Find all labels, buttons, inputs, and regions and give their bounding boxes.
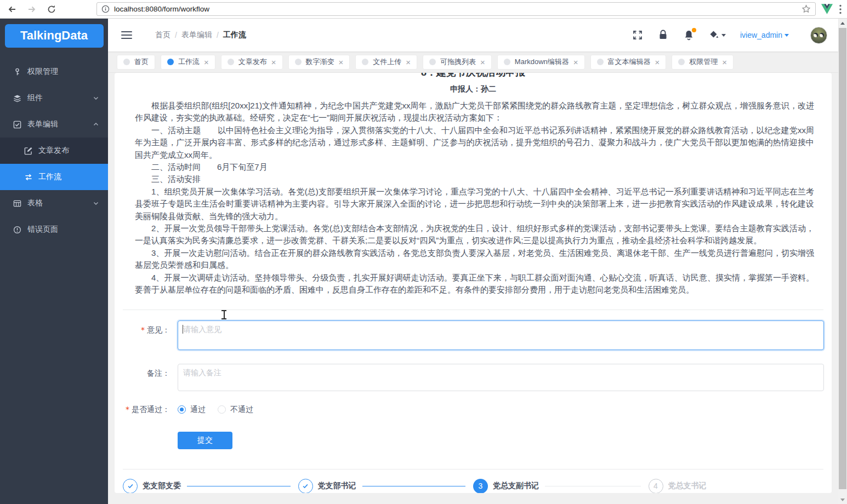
- breadcrumb-home[interactable]: 首页: [155, 30, 170, 40]
- vue-devtools-icon[interactable]: [821, 4, 833, 14]
- theme-icon[interactable]: [709, 29, 726, 41]
- radio-reject[interactable]: [218, 405, 226, 414]
- text-caret: [183, 325, 183, 334]
- step-number: 4: [649, 479, 663, 494]
- lock-icon[interactable]: [657, 29, 669, 41]
- address-bar[interactable]: localhost:8080/form/workflow: [96, 2, 816, 16]
- browser-menu-icon[interactable]: [839, 4, 842, 14]
- document-body: 根据县委组织部(组织[20xx]21)文件通知精神，为纪念中国共产党建党xx周年…: [115, 94, 832, 296]
- close-icon[interactable]: ×: [271, 58, 276, 66]
- sidebar-item-permission[interactable]: 权限管理: [0, 59, 108, 85]
- remark-label: 备注：: [115, 364, 170, 379]
- hamburger-menu-icon[interactable]: [121, 31, 132, 39]
- remark-input[interactable]: [178, 364, 824, 391]
- bookmark-star-icon[interactable]: [801, 4, 811, 14]
- back-icon[interactable]: [5, 3, 19, 16]
- tab-bar: 首页 工作流 × 文章发布 × 数字渐变 × 文件上传 ×: [108, 51, 838, 73]
- sidebar-menu: 权限管理 组件 表单编辑: [0, 53, 108, 243]
- step-4: 4 党总支书记 赵六审核并通过: [649, 479, 824, 494]
- sidebar-item-components[interactable]: 组件: [0, 85, 108, 111]
- opinion-label: *意见：: [115, 320, 170, 335]
- app-header: 首页 / 表单编辑 / 工作流: [108, 19, 838, 51]
- radio-reject-label[interactable]: 不通过: [230, 405, 253, 415]
- sidebar-item-error-pages[interactable]: 错误页面: [0, 216, 108, 243]
- tab-dot-icon: [295, 59, 302, 65]
- page-scrollbar[interactable]: [838, 19, 847, 504]
- forward-icon[interactable]: [25, 3, 38, 16]
- workflow-swap-icon: [24, 173, 33, 181]
- sidebar-item-label: 组件: [27, 93, 93, 103]
- sidebar-item-label: 权限管理: [27, 67, 99, 77]
- step-title: 党支部书记: [318, 481, 356, 491]
- review-form: *意见： 备注： *是否通过：: [115, 310, 832, 449]
- sidebar-item-tables[interactable]: 表格: [0, 190, 108, 216]
- step-3: 3 党总支副书记 王五审核并通过: [473, 479, 649, 494]
- reload-icon[interactable]: [45, 3, 58, 16]
- tab-dot-icon: [123, 59, 130, 65]
- sidebar: TalkingData 权限管理 组件: [0, 19, 108, 504]
- opinion-input[interactable]: [178, 320, 824, 350]
- app-logo[interactable]: TalkingData: [5, 24, 104, 48]
- tab-draggable-list[interactable]: 可拖拽列表 ×: [423, 55, 492, 70]
- tab-richtext-editor[interactable]: 富文本编辑器 ×: [590, 55, 667, 70]
- notification-bell-icon[interactable]: [683, 29, 695, 41]
- table-icon: [13, 199, 22, 208]
- submit-button[interactable]: 提交: [178, 432, 232, 449]
- tab-permission[interactable]: 权限管理 ×: [672, 55, 734, 70]
- tab-home[interactable]: 首页: [117, 55, 155, 70]
- tab-dot-icon: [228, 59, 234, 65]
- sidebar-item-label: 文章发布: [38, 146, 99, 156]
- close-icon[interactable]: ×: [406, 58, 411, 66]
- close-icon[interactable]: ×: [722, 58, 727, 66]
- breadcrumb: 首页 / 表单编辑 / 工作流: [155, 30, 246, 40]
- close-icon[interactable]: ×: [339, 58, 344, 66]
- radio-pass[interactable]: [178, 405, 186, 414]
- tab-dot-icon: [167, 59, 174, 65]
- avatar[interactable]: [810, 27, 827, 44]
- approval-steps: 党支部支委 张三审核并通过 党支部书记 李四审核并通过 3: [115, 469, 832, 494]
- user-menu[interactable]: iview_admin: [740, 31, 789, 39]
- breadcrumb-section[interactable]: 表单编辑: [181, 30, 212, 40]
- paragraph: 2、开展一次党员领导干部带头上党课活动。各党(总)支部结合本支部情况，为庆祝党的…: [135, 222, 814, 247]
- username: iview_admin: [740, 31, 782, 39]
- step-title: 党总支副书记: [493, 481, 539, 491]
- step-1: 党支部支委 张三审核并通过: [123, 479, 298, 494]
- paragraph: 三、活动安排: [135, 173, 814, 185]
- browser-chrome: localhost:8080/form/workflow: [0, 0, 847, 19]
- paragraph: 一、活动主题 以中国特色社会主义理论为指导，深入贯彻落实党的十八大、十八届四中全…: [135, 124, 814, 161]
- checkbox-icon: [13, 120, 22, 129]
- fullscreen-icon[interactable]: [632, 29, 644, 41]
- error-circle-icon: [13, 225, 22, 234]
- chevron-down-icon: [93, 95, 99, 101]
- caret-down-icon: [721, 34, 726, 37]
- close-icon[interactable]: ×: [655, 58, 660, 66]
- scroll-down-icon[interactable]: [838, 495, 847, 504]
- notification-badge: [692, 28, 696, 32]
- tab-number-gradient[interactable]: 数字渐变 ×: [288, 55, 350, 70]
- close-icon[interactable]: ×: [573, 58, 578, 66]
- tab-dot-icon: [597, 59, 604, 65]
- chevron-up-icon: [93, 121, 99, 128]
- tab-markdown-editor[interactable]: Markdown编辑器 ×: [497, 55, 585, 70]
- paragraph: 根据县委组织部(组织[20xx]21)文件通知精神，为纪念中国共产党建党xx周年…: [135, 100, 814, 124]
- radio-pass-label[interactable]: 通过: [190, 405, 206, 415]
- sidebar-item-workflow[interactable]: 工作流: [0, 164, 108, 190]
- tab-file-upload[interactable]: 文件上传 ×: [355, 55, 417, 70]
- step-number: 3: [473, 479, 488, 494]
- close-icon[interactable]: ×: [480, 58, 485, 66]
- tab-article-publish[interactable]: 文章发布 ×: [221, 55, 283, 70]
- content-area: 8：建党节庆祝活动申报 申报人：孙二 根据县委组织部(组织[20xx]21)文件…: [108, 73, 838, 504]
- step-2: 党支部书记 李四审核并通过: [298, 479, 474, 494]
- scroll-up-icon[interactable]: [838, 19, 847, 27]
- sidebar-item-form-edit[interactable]: 表单编辑: [0, 111, 108, 138]
- close-icon[interactable]: ×: [204, 58, 209, 66]
- page-info-icon[interactable]: [101, 5, 110, 13]
- tab-dot-icon: [362, 59, 368, 65]
- sidebar-item-article-publish[interactable]: 文章发布: [0, 138, 108, 164]
- sidebar-item-label: 工作流: [38, 172, 99, 182]
- url-text[interactable]: localhost:8080/form/workflow: [114, 5, 797, 13]
- document-title: 8：建党节庆祝活动申报: [115, 73, 832, 79]
- tab-workflow[interactable]: 工作流 ×: [161, 55, 215, 70]
- step-check-icon: [298, 479, 313, 494]
- scrollbar-thumb[interactable]: [839, 28, 846, 489]
